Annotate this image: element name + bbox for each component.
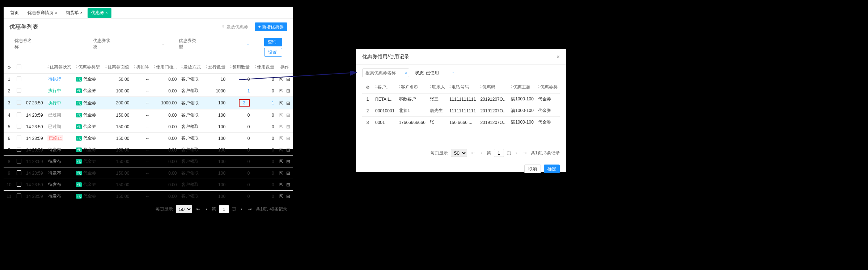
table-row[interactable]: 4 14 23:59 已过期 代代金券 150.00 -- 0.00 客户领取 … — [4, 109, 293, 121]
qrcode-icon[interactable]: ⊞ — [286, 88, 290, 94]
tab-coupon[interactable]: 优惠券× — [88, 8, 111, 18]
table-row[interactable]: 1 待执行 代代金券 50.00 -- 0.00 客户领取 10 0 0 ⇱ ⊞ — [4, 74, 293, 85]
page-size-select[interactable]: 50 — [176, 205, 192, 213]
add-coupon-button[interactable]: + 新增优惠券 — [255, 22, 287, 31]
share-icon[interactable]: ⇱ — [279, 147, 283, 153]
claim-count-link[interactable]: 1 — [247, 88, 250, 94]
type-select[interactable]: ⌄ — [202, 40, 250, 48]
status-select[interactable]: ⌄ — [117, 40, 164, 48]
close-icon[interactable]: × — [556, 54, 560, 60]
qrcode-icon[interactable]: ⊞ — [286, 182, 290, 187]
row-checkbox[interactable] — [17, 124, 21, 129]
share-icon[interactable]: ⇱ — [279, 76, 283, 82]
query-button[interactable]: 查询 — [264, 38, 282, 46]
table-row[interactable]: 3 07 23:59 执行中 代代金券 200.00 -- 1000.00 客户… — [4, 97, 293, 109]
last-page-button[interactable]: ⇥ — [521, 150, 528, 155]
row-checkbox[interactable] — [17, 76, 21, 81]
row-checkbox[interactable] — [17, 182, 21, 187]
gear-icon[interactable]: ⚙ — [366, 85, 370, 90]
col-method[interactable]: ▴▾发放方式 — [179, 61, 203, 74]
row-checkbox[interactable] — [17, 136, 21, 140]
col-code[interactable]: ▴▾优惠码 — [478, 81, 509, 94]
col-issue[interactable]: ▴▾发行数量 — [203, 61, 228, 74]
state-select[interactable]: 已使用⌄ — [426, 70, 455, 76]
coupon-name-input[interactable] — [35, 40, 79, 48]
col-cust-no[interactable]: ▴▾客户... — [373, 81, 397, 94]
select-all-checkbox[interactable] — [17, 65, 21, 69]
col-status[interactable]: ▴▾优惠券状态 — [45, 61, 74, 74]
page-size-select[interactable]: 50 — [451, 149, 467, 157]
qrcode-icon[interactable]: ⊞ — [286, 147, 290, 153]
next-page-button[interactable]: › — [239, 207, 244, 212]
share-icon[interactable]: ⇱ — [279, 88, 283, 94]
share-icon[interactable]: ⇱ — [279, 170, 283, 176]
share-icon[interactable]: ⇱ — [279, 124, 283, 129]
prev-page-button[interactable]: ‹ — [204, 207, 209, 212]
table-row[interactable]: 2 00010001 北京1 唐先生 11111111111 20191207O… — [362, 105, 560, 117]
tab-sales-order[interactable]: 销货单× — [62, 8, 86, 18]
next-page-button[interactable]: › — [514, 150, 518, 155]
row-checkbox[interactable] — [17, 170, 21, 175]
page-input[interactable] — [494, 149, 504, 157]
qrcode-icon[interactable]: ⊞ — [286, 100, 290, 106]
claim-count-link[interactable]: 3 — [239, 99, 250, 107]
share-icon[interactable]: ⇱ — [279, 194, 283, 199]
qrcode-icon[interactable]: ⊞ — [286, 76, 290, 82]
share-icon[interactable]: ⇱ — [279, 136, 283, 141]
search-input[interactable] — [362, 68, 409, 77]
table-row[interactable]: 3 0001 17666666666 张 156 6666 ... 201912… — [362, 117, 560, 128]
row-checkbox[interactable] — [17, 194, 21, 198]
row-checkbox[interactable] — [17, 100, 21, 105]
table-row[interactable]: 9 14 23:59 待发布 代代金券 150.00 -- 0.00 客户领取 … — [4, 167, 293, 179]
table-row[interactable]: 6 14 23:59 已终止 代代金券 150.00 -- 0.00 客户领取 … — [4, 133, 293, 144]
col-theme[interactable]: ▴▾优惠主题 — [509, 81, 536, 94]
first-page-button[interactable]: ⇤ — [195, 207, 202, 212]
table-row[interactable]: 7 14 23:59 待发布 代代金券 150.00 -- 0.00 客户领取 … — [4, 144, 293, 156]
col-threshold[interactable]: ▴▾使用门槛... — [151, 61, 179, 74]
share-icon[interactable]: ⇱ — [279, 159, 283, 164]
qrcode-icon[interactable]: ⊞ — [286, 124, 290, 129]
table-row[interactable]: 8 14 23:59 待发布 代代金券 150.00 -- 0.00 客户领取 … — [4, 156, 293, 167]
col-phone[interactable]: ▴▾电话号码 — [447, 81, 478, 94]
prev-page-button[interactable]: ‹ — [479, 150, 484, 155]
qrcode-icon[interactable]: ⊞ — [286, 194, 290, 199]
col-contact[interactable]: ▴▾联系人 — [428, 81, 447, 94]
qrcode-icon[interactable]: ⊞ — [286, 159, 290, 164]
table-row[interactable]: 5 14 23:59 已过期 代代金券 150.00 -- 0.00 客户领取 … — [4, 121, 293, 133]
row-checkbox[interactable] — [17, 147, 21, 152]
col-claim[interactable]: ▴▾领用数量 — [228, 61, 252, 74]
col-type[interactable]: ▴▾优惠券类型 — [74, 61, 103, 74]
close-icon[interactable]: × — [106, 11, 108, 15]
table-row[interactable]: 2 执行中 代代金券 100.00 -- 0.00 客户领取 1000 1 0 … — [4, 85, 293, 97]
col-face[interactable]: ▴▾优惠券面值 — [103, 61, 132, 74]
col-discount[interactable]: ▴▾折扣% — [131, 61, 151, 74]
col-cust-name[interactable]: ▴▾客户名称 — [397, 81, 427, 94]
qrcode-icon[interactable]: ⊞ — [286, 170, 290, 176]
search-icon[interactable]: ⌕ — [405, 70, 407, 75]
table-row[interactable]: 10 14 23:59 待发布 代代金券 150.00 -- 0.00 客户领取… — [4, 179, 293, 191]
ok-button[interactable]: 确定 — [544, 165, 560, 173]
table-row[interactable]: 1 RETAIL... 零散客户 张三 11111111111 20191207… — [362, 94, 560, 105]
cancel-button[interactable]: 取消 — [524, 165, 541, 173]
setting-button[interactable]: 设置 — [264, 48, 282, 57]
share-icon[interactable]: ⇱ — [279, 182, 283, 187]
close-icon[interactable]: × — [80, 11, 82, 15]
row-checkbox[interactable] — [17, 112, 21, 117]
col-type[interactable]: ▴▾优惠券类 — [536, 81, 560, 94]
row-checkbox[interactable] — [17, 88, 21, 93]
page-input[interactable] — [219, 205, 229, 213]
qrcode-icon[interactable]: ⊞ — [286, 136, 290, 141]
close-icon[interactable]: × — [55, 11, 57, 15]
row-checkbox[interactable] — [17, 159, 21, 163]
distribute-coupon-button[interactable]: ⇪发放优惠券 — [218, 22, 252, 31]
last-page-button[interactable]: ⇥ — [246, 207, 253, 212]
first-page-button[interactable]: ⇤ — [470, 150, 477, 155]
share-icon[interactable]: ⇱ — [279, 100, 283, 106]
gear-icon[interactable]: ⚙ — [7, 65, 11, 70]
share-icon[interactable]: ⇱ — [279, 112, 283, 118]
use-count-link[interactable]: 1 — [272, 100, 274, 105]
table-row[interactable]: 11 14 23:59 待发布 代代金券 150.00 -- 0.00 客户领取… — [4, 191, 293, 202]
qrcode-icon[interactable]: ⊞ — [286, 112, 290, 118]
col-use[interactable]: ▴▾使用数量 — [252, 61, 276, 74]
tab-coupon-detail[interactable]: 优惠券详情页× — [24, 8, 61, 18]
